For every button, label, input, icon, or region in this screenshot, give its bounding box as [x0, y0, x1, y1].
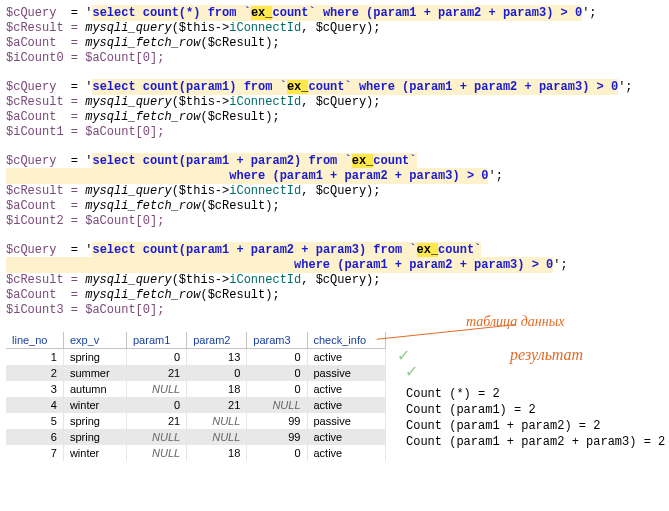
- code-line: $aCount = mysqli_fetch_row($cResult);: [6, 199, 663, 214]
- code-line: $iCount3 = $aCount[0];: [6, 303, 663, 318]
- code-line: $cResult = mysqli_query($this->iConnectI…: [6, 95, 663, 110]
- code-block-4: $cQuery = 'select count(param1 + param2 …: [6, 243, 663, 318]
- code-line: $cResult = mysqli_query($this->iConnectI…: [6, 184, 663, 199]
- code-line: $aCount = mysqli_fetch_row($cResult);: [6, 36, 663, 51]
- result-line: Count (param1 + param2 + param3) = 2: [406, 434, 665, 450]
- table-row: 2summer2100passive: [6, 365, 386, 381]
- code-line: $cQuery = 'select count(param1 + param2 …: [6, 243, 663, 258]
- code-line: $aCount = mysqli_fetch_row($cResult);: [6, 288, 663, 303]
- code-line: where (param1 + param2 + param3) > 0';: [6, 169, 663, 184]
- code-line: where (param1 + param2 + param3) > 0';: [6, 258, 663, 273]
- results-block: Count (*) = 2 Count (param1) = 2 Count (…: [406, 386, 665, 450]
- result-line: Count (param1 + param2) = 2: [406, 418, 665, 434]
- code-block-2: $cQuery = 'select count(param1) from `ex…: [6, 80, 663, 140]
- col-check-info: check_info: [307, 332, 386, 349]
- code-line: $iCount2 = $aCount[0];: [6, 214, 663, 229]
- col-exp-v: exp_v: [63, 332, 126, 349]
- lower-section: таблица данных результат ✓ ✓ line_no exp…: [6, 332, 663, 461]
- table-header-row: line_no exp_v param1 param2 param3 check…: [6, 332, 386, 349]
- code-line: $cQuery = 'select count(param1 + param2)…: [6, 154, 663, 169]
- col-param2: param2: [187, 332, 247, 349]
- table-row: 1spring0130active: [6, 349, 386, 366]
- code-line: $cQuery = 'select count(param1) from `ex…: [6, 80, 663, 95]
- table-row: 4winter021NULLactive: [6, 397, 386, 413]
- caption-data: таблица данных: [466, 314, 564, 330]
- code-block-3: $cQuery = 'select count(param1 + param2)…: [6, 154, 663, 229]
- result-line: Count (param1) = 2: [406, 402, 665, 418]
- code-line: $cResult = mysqli_query($this->iConnectI…: [6, 273, 663, 288]
- table-row: 5spring21NULL99passive: [6, 413, 386, 429]
- caption-result: результат: [510, 346, 583, 364]
- col-param1: param1: [126, 332, 186, 349]
- code-line: $aCount = mysqli_fetch_row($cResult);: [6, 110, 663, 125]
- data-table: line_no exp_v param1 param2 param3 check…: [6, 332, 386, 461]
- result-line: Count (*) = 2: [406, 386, 665, 402]
- code-line: $iCount1 = $aCount[0];: [6, 125, 663, 140]
- table-row: 6springNULLNULL99active: [6, 429, 386, 445]
- code-line: $cQuery = 'select count(*) from `ex_coun…: [6, 6, 663, 21]
- code-block-1: $cQuery = 'select count(*) from `ex_coun…: [6, 6, 663, 66]
- col-line-no: line_no: [6, 332, 63, 349]
- table-row: 3autumnNULL180active: [6, 381, 386, 397]
- code-line: $iCount0 = $aCount[0];: [6, 51, 663, 66]
- check-icon: ✓: [406, 360, 417, 382]
- col-param3: param3: [247, 332, 307, 349]
- code-line: $cResult = mysqli_query($this->iConnectI…: [6, 21, 663, 36]
- table-row: 7winterNULL180active: [6, 445, 386, 461]
